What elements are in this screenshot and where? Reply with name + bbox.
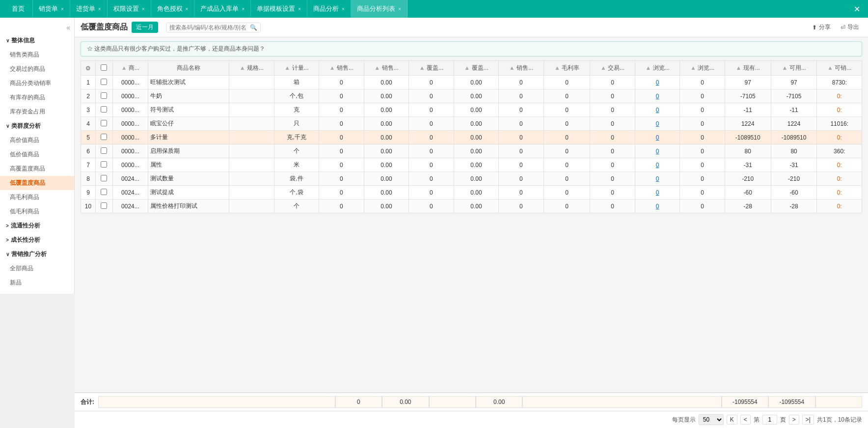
sidebar-item-高毛利商品[interactable]: 高毛利商品: [0, 190, 74, 204]
cell-num: 7: [81, 158, 96, 172]
filter-recent-month[interactable]: 近一月: [132, 22, 158, 33]
cell-browse1[interactable]: 0: [635, 200, 680, 213]
cell-checkbox[interactable]: [96, 103, 113, 117]
close-all-button[interactable]: ✕: [850, 4, 864, 14]
browse-link[interactable]: 0: [656, 79, 659, 86]
sidebar-section-流通性分析[interactable]: >流通性分析: [0, 219, 74, 233]
cell-checkbox[interactable]: [96, 117, 113, 131]
sidebar-item-全部商品[interactable]: 全部商品: [0, 261, 74, 276]
sidebar-item-高价值商品[interactable]: 高价值商品: [0, 133, 74, 147]
cell-saleable: 8730:: [817, 76, 862, 89]
row-checkbox[interactable]: [101, 106, 107, 113]
cell-checkbox[interactable]: [96, 200, 113, 213]
cell-sales_amt: 0.00: [364, 172, 409, 186]
browse-link[interactable]: 0: [656, 134, 659, 141]
row-checkbox[interactable]: [101, 161, 107, 168]
sidebar-section-整体信息[interactable]: ∨整体信息: [0, 33, 74, 48]
sidebar-item-库存资金占用[interactable]: 库存资金占用: [0, 105, 74, 119]
sidebar-item-低毛利商品[interactable]: 低毛利商品: [0, 204, 74, 219]
nav-tab-权限设置[interactable]: 权限设置×: [108, 0, 151, 18]
cell-browse1[interactable]: 0: [635, 158, 680, 172]
cell-checkbox[interactable]: [96, 144, 113, 158]
cell-checkbox[interactable]: [96, 186, 113, 200]
browse-link[interactable]: 0: [656, 189, 659, 196]
close-tab-icon[interactable]: ×: [342, 6, 345, 12]
cell-available: -60: [771, 186, 817, 200]
sidebar-item-有库存的商品[interactable]: 有库存的商品: [0, 90, 74, 105]
sidebar-collapse-btn[interactable]: «: [66, 24, 70, 31]
nav-tab-进货单[interactable]: 进货单×: [70, 0, 108, 18]
settings-icon[interactable]: ⚙: [85, 65, 91, 72]
share-button[interactable]: ⬆ 分享: [809, 22, 834, 32]
close-tab-icon[interactable]: ×: [298, 6, 301, 12]
sidebar-item-交易过的商品[interactable]: 交易过的商品: [0, 62, 74, 76]
cell-checkbox[interactable]: [96, 158, 113, 172]
cell-checkbox[interactable]: [96, 89, 113, 103]
browse-link[interactable]: 0: [656, 93, 659, 100]
browse-link[interactable]: 0: [656, 175, 659, 182]
cell-browse1[interactable]: 0: [635, 131, 680, 144]
nav-tab-单据模板设置[interactable]: 单据模板设置×: [251, 0, 307, 18]
nav-tab-销货单[interactable]: 销货单×: [33, 0, 70, 18]
cell-checkbox[interactable]: [96, 76, 113, 89]
row-checkbox[interactable]: [101, 189, 107, 195]
close-tab-icon[interactable]: ×: [98, 6, 101, 12]
browse-link[interactable]: 0: [656, 162, 659, 169]
cell-browse1[interactable]: 0: [635, 76, 680, 89]
cell-browse1[interactable]: 0: [635, 144, 680, 158]
close-tab-icon[interactable]: ×: [186, 6, 189, 12]
row-checkbox[interactable]: [101, 79, 107, 85]
nav-tab-角色授权[interactable]: 角色授权×: [151, 0, 195, 18]
nav-tab-商品分析列表[interactable]: 商品分析列表×: [351, 0, 407, 18]
close-tab-icon[interactable]: ×: [398, 6, 401, 12]
row-checkbox[interactable]: [101, 202, 107, 209]
nav-tab-产成品入库单[interactable]: 产成品入库单×: [194, 0, 251, 18]
prev-page-btn[interactable]: <: [740, 415, 751, 425]
sidebar-item-高覆盖度商品[interactable]: 高覆盖度商品: [0, 162, 74, 176]
nav-tab-首页[interactable]: 首页: [4, 0, 33, 18]
sidebar-section-类群度分析[interactable]: ∨类群度分析: [0, 119, 74, 133]
total-cell: 0.00: [476, 396, 522, 408]
search-input[interactable]: [169, 24, 248, 31]
browse-link[interactable]: 0: [656, 148, 659, 155]
col-header-settings[interactable]: ⚙: [81, 61, 96, 76]
export-icon: ⏎: [841, 24, 845, 31]
cell-num: 9: [81, 186, 96, 200]
close-tab-icon[interactable]: ×: [61, 6, 64, 12]
first-page-btn[interactable]: K: [727, 415, 737, 425]
export-button[interactable]: ⏎ 导出: [838, 22, 862, 32]
sidebar-item-商品分类动销率[interactable]: 商品分类动销率: [0, 76, 74, 90]
cell-checkbox[interactable]: [96, 172, 113, 186]
sidebar-section-营销推广分析[interactable]: ∨营销推广分析: [0, 247, 74, 261]
sidebar-item-新品[interactable]: 新品: [0, 276, 74, 290]
search-icon[interactable]: 🔍: [250, 24, 257, 31]
nav-tab-商品分析[interactable]: 商品分析×: [307, 0, 351, 18]
browse-link[interactable]: 0: [656, 120, 659, 127]
last-page-btn[interactable]: >|: [802, 415, 814, 425]
page-number-input[interactable]: [762, 415, 777, 425]
cell-browse1[interactable]: 0: [635, 172, 680, 186]
sidebar-item-低覆盖度商品[interactable]: 低覆盖度商品: [0, 176, 74, 190]
cell-browse1[interactable]: 0: [635, 117, 680, 131]
browse-link[interactable]: 0: [656, 107, 659, 114]
sidebar-item-低价值商品[interactable]: 低价值商品: [0, 147, 74, 162]
row-checkbox[interactable]: [101, 175, 107, 181]
next-page-btn[interactable]: >: [789, 415, 799, 425]
sidebar-item-销售类商品[interactable]: 销售类商品: [0, 48, 74, 62]
row-checkbox[interactable]: [101, 147, 107, 154]
row-checkbox[interactable]: [101, 120, 107, 126]
row-checkbox[interactable]: [101, 92, 107, 99]
cell-browse1[interactable]: 0: [635, 103, 680, 117]
cell-browse1[interactable]: 0: [635, 89, 680, 103]
cell-checkbox[interactable]: [96, 131, 113, 144]
table-row: 20000...牛奶个,包00.0000.0000000-7105-71050:: [81, 89, 862, 103]
table-container[interactable]: ⚙▲ 商...商品名称▲ 规格...▲ 计量...▲ 销售...▲ 销售...▲…: [75, 60, 868, 392]
row-checkbox[interactable]: [101, 134, 107, 140]
browse-link[interactable]: 0: [656, 203, 659, 210]
close-tab-icon[interactable]: ×: [142, 6, 145, 12]
select-all-checkbox[interactable]: [101, 64, 107, 71]
page-size-select[interactable]: 2050100: [699, 414, 724, 425]
cell-browse1[interactable]: 0: [635, 186, 680, 200]
sidebar-section-成长性分析[interactable]: >成长性分析: [0, 233, 74, 247]
close-tab-icon[interactable]: ×: [242, 6, 244, 12]
